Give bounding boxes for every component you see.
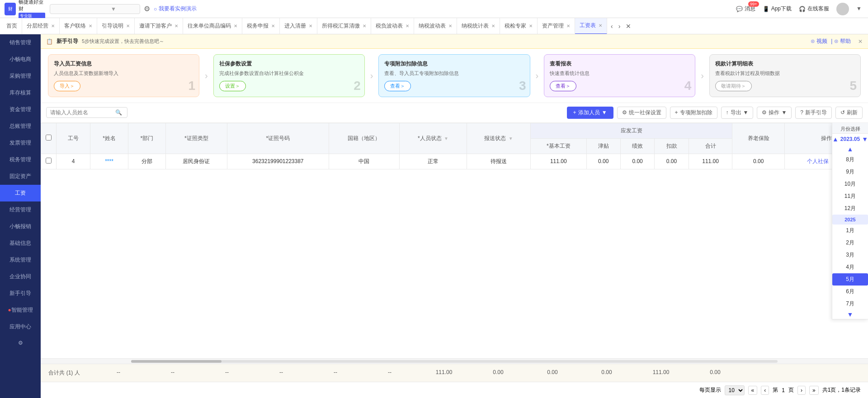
tab-salary[interactable]: 工资表✕ [575, 18, 607, 34]
month-item-9[interactable]: 9月 [832, 166, 868, 178]
month-item-7[interactable]: 7月 [832, 298, 868, 310]
month-year-down-button[interactable]: ▼ [862, 136, 868, 143]
sidebar-item-appstore[interactable]: 应用中心 [0, 318, 41, 335]
month-year-up-button[interactable]: ▲ [832, 136, 839, 143]
sidebar-item-sys[interactable]: 系统管理 [0, 252, 41, 268]
close-icon[interactable]: ✕ [51, 23, 55, 28]
step-btn-4[interactable]: 查看＞ [550, 81, 576, 91]
sidebar-item-purchase[interactable]: 采购管理 [0, 68, 41, 84]
close-icon[interactable]: ✕ [89, 23, 92, 28]
guide-help-link[interactable]: | ⊙ 帮助 [831, 37, 851, 45]
sidebar-item-salary[interactable]: 工资 [0, 185, 41, 201]
tab-goods-code[interactable]: 往来单位商品编码✕ [183, 18, 242, 34]
tab-tax-report[interactable]: 税务申报✕ [242, 18, 280, 34]
sidebar-item-invoice[interactable]: 发票管理 [0, 135, 41, 151]
sidebar-item-expense[interactable]: 小畅报销 [0, 218, 41, 235]
sidebar-item-tax[interactable]: 税务管理 [0, 151, 41, 168]
tab-clear[interactable]: 进入清册✕ [280, 18, 317, 34]
month-scroll-down-button[interactable]: ▼ [832, 310, 868, 319]
close-icon[interactable]: ✕ [363, 23, 366, 28]
add-employee-button[interactable]: + 添加人员 ▼ [567, 107, 613, 119]
social-security-button[interactable]: ⚙ 统一社保设置 [617, 107, 666, 119]
close-icon[interactable]: ✕ [566, 23, 570, 28]
sidebar-item-ai[interactable]: ●智能管理 [0, 302, 41, 318]
tab-client[interactable]: 客户联络✕ [60, 18, 97, 34]
month-item-11[interactable]: 11月 [832, 190, 868, 202]
close-icon[interactable]: ✕ [309, 23, 312, 28]
month-item-3[interactable]: 3月 [832, 249, 868, 261]
settings-icon[interactable]: ⚙ [144, 5, 150, 13]
month-item-2[interactable]: 2月 [832, 237, 868, 249]
close-icon[interactable]: ✕ [175, 23, 178, 28]
month-scroll-up-button[interactable]: ▲ [832, 145, 868, 154]
user-menu[interactable]: ▼ [856, 5, 863, 13]
tab-tax-stat[interactable]: 纳税统计表✕ [457, 18, 500, 34]
month-item-4[interactable]: 4月 [832, 261, 868, 273]
month-item-6[interactable]: 6月 [832, 286, 868, 298]
tab-fenck[interactable]: 分层经营✕ [22, 18, 60, 34]
refresh-button[interactable]: ↺ 刷新 [835, 107, 863, 119]
close-icon[interactable]: ✕ [271, 23, 275, 28]
month-item-5[interactable]: 5月 [832, 273, 868, 286]
tab-asset[interactable]: 资产管理✕ [538, 18, 575, 34]
select-all-checkbox[interactable] [46, 135, 52, 140]
sidebar-item-newbie[interactable]: 新手引导 [0, 285, 41, 302]
step-btn-1[interactable]: 导入＞ [54, 81, 80, 91]
scrollbar-thumb[interactable] [131, 360, 222, 363]
demo-link[interactable]: ○ 我要看实例演示 [154, 5, 197, 13]
step-btn-2[interactable]: 设置＞ [219, 81, 246, 91]
sidebar-item-funds[interactable]: 资金管理 [0, 101, 41, 118]
sidebar-item-ecom[interactable]: 小畅电商 [0, 51, 41, 68]
sidebar-item-settings[interactable]: ⚙ [0, 335, 41, 351]
online-service-button[interactable]: 🎧 在线客服 [799, 5, 829, 13]
sidebar-item-ledger[interactable]: 总账管理 [0, 118, 41, 135]
tab-close-all-button[interactable]: ✕ [624, 22, 633, 31]
tab-next-button[interactable]: › [617, 22, 623, 31]
tab-tax-expert[interactable]: 税检专家✕ [500, 18, 538, 34]
sidebar-item-inventory[interactable]: 库存核算 [0, 84, 41, 101]
month-item-1[interactable]: 1月 [832, 225, 868, 237]
newbie-guide-button[interactable]: ? 新手引导 [795, 107, 832, 119]
guide-video-link[interactable]: ⊙ 视频 [811, 37, 827, 45]
sidebar-item-sales[interactable]: 销售管理 [0, 34, 41, 51]
tab-guide[interactable]: 引导说明✕ [97, 18, 135, 34]
prev-page-button[interactable]: ‹ [761, 386, 769, 395]
avatar[interactable] [836, 3, 849, 15]
employee-search-input[interactable] [50, 109, 113, 116]
close-icon[interactable]: ✕ [529, 23, 533, 28]
search-btn[interactable]: 🔍 [115, 109, 122, 116]
month-item-8[interactable]: 8月 [832, 154, 868, 166]
sidebar-item-assets[interactable]: 固定资产 [0, 168, 41, 185]
close-guide-button[interactable]: ✕ [858, 38, 863, 45]
tab-invite[interactable]: 邀请下游客户✕ [135, 18, 183, 34]
step-btn-5[interactable]: 敬请期待＞ [715, 81, 752, 91]
close-icon[interactable]: ✕ [406, 23, 409, 28]
tab-prev-button[interactable]: ‹ [609, 22, 615, 31]
row-checkbox[interactable] [46, 158, 52, 164]
month-item-12[interactable]: 12月 [832, 202, 868, 215]
close-icon[interactable]: ✕ [234, 23, 237, 28]
personal-social-link[interactable]: 个人社保 [807, 158, 829, 164]
export-button[interactable]: ↑ 导出 ▼ [721, 107, 754, 119]
tab-tax-burden[interactable]: 税负波动表✕ [371, 18, 414, 34]
sidebar-item-base[interactable]: 基础信息 [0, 235, 41, 252]
sidebar-item-collab[interactable]: 企业协同 [0, 268, 41, 285]
message-button[interactable]: 💬 消息 99+ [736, 5, 755, 13]
step-btn-3[interactable]: 查看＞ [384, 81, 411, 91]
search-input[interactable] [54, 6, 108, 12]
first-page-button[interactable]: « [748, 386, 758, 395]
table-scrollbar[interactable] [41, 358, 868, 364]
next-page-button[interactable]: › [797, 386, 806, 395]
month-item-10[interactable]: 10月 [832, 178, 868, 190]
close-icon[interactable]: ✕ [448, 23, 452, 28]
tab-tax-wave[interactable]: 纳税波动表✕ [414, 18, 457, 34]
operation-button[interactable]: ⚙ 操作 ▼ [757, 107, 792, 119]
close-icon[interactable]: ✕ [599, 23, 602, 28]
close-icon[interactable]: ✕ [126, 23, 130, 28]
last-page-button[interactable]: » [809, 386, 819, 395]
sidebar-item-ops[interactable]: 经营管理 [0, 201, 41, 218]
page-size-select[interactable]: 10 20 50 [725, 385, 745, 395]
close-icon[interactable]: ✕ [491, 23, 495, 28]
app-download-button[interactable]: 📱 App下载 [763, 5, 792, 13]
special-deduct-button[interactable]: + 专项附加扣除 [670, 107, 717, 119]
